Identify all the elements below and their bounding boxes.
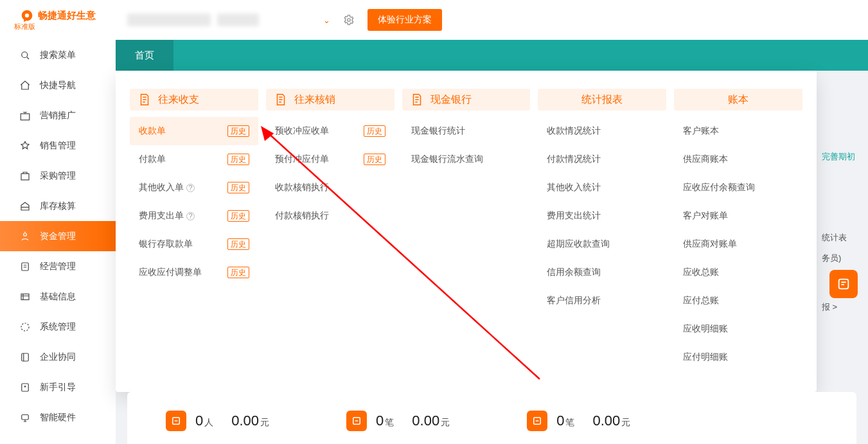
mega-item-4-3[interactable]: 客户对账单 bbox=[674, 202, 802, 230]
sidebar-item-4[interactable]: 采购管理 bbox=[0, 161, 116, 191]
history-badge[interactable]: 历史 bbox=[364, 125, 385, 137]
sidebar-item-11[interactable]: 新手引导 bbox=[0, 372, 116, 402]
sidebar-item-10[interactable]: 企业协同 bbox=[0, 342, 116, 372]
stat-count-unit: 笔 bbox=[565, 417, 574, 429]
sidebar-item-3[interactable]: 销售管理 bbox=[0, 130, 116, 161]
doc-icon bbox=[137, 93, 152, 107]
mega-item-label: 供应商账本 bbox=[683, 154, 728, 165]
mega-item-3-6[interactable]: 客户信用分析 bbox=[538, 287, 666, 315]
org-selector-blurred[interactable] bbox=[127, 13, 211, 26]
mega-item-0-1[interactable]: 付款单 历史 bbox=[130, 145, 258, 173]
mega-column-title: 往来收支 bbox=[158, 93, 199, 107]
mega-item-label: 应收总账 bbox=[683, 267, 719, 278]
mega-item-0-3[interactable]: 费用支出单? 历史 bbox=[130, 202, 258, 230]
sidebar-item-1[interactable]: 快捷导航 bbox=[0, 70, 116, 100]
sidebar-item-icon bbox=[19, 412, 31, 423]
mega-item-0-2[interactable]: 其他收入单? 历史 bbox=[130, 173, 258, 202]
mega-column-header: 统计报表 bbox=[538, 89, 666, 111]
mega-item-label: 付款情况统计 bbox=[547, 154, 601, 165]
stat-currency: 元 bbox=[260, 417, 269, 429]
mega-item-4-7[interactable]: 应收明细账 bbox=[674, 315, 802, 343]
mega-item-4-6[interactable]: 应付总账 bbox=[674, 287, 802, 315]
stat-currency: 元 bbox=[441, 417, 450, 429]
sidebar-item-label: 基础信息 bbox=[40, 291, 76, 303]
help-icon[interactable]: ? bbox=[186, 212, 195, 220]
mega-item-label: 信用余额查询 bbox=[547, 267, 601, 278]
org-selector-blurred-2[interactable] bbox=[217, 13, 259, 26]
mega-item-3-3[interactable]: 费用支出统计 bbox=[538, 202, 666, 230]
mega-item-4-1[interactable]: 供应商账本 bbox=[674, 145, 802, 173]
svg-rect-5 bbox=[22, 263, 29, 271]
mega-column-header: 账本 bbox=[674, 89, 802, 111]
mega-column-list: 收款单 历史 付款单 历史 其他收入单? 历史 费用支出单? 历史 银行存取款单… bbox=[130, 117, 258, 287]
sidebar-item-label: 企业协同 bbox=[40, 351, 76, 363]
mega-item-2-1[interactable]: 现金银行流水查询 bbox=[402, 145, 531, 173]
mega-item-4-5[interactable]: 应收总账 bbox=[674, 258, 802, 287]
mega-column-title: 统计报表 bbox=[581, 93, 623, 107]
mega-item-4-8[interactable]: 应付明细账 bbox=[674, 343, 802, 371]
mega-item-label: 客户信用分析 bbox=[547, 295, 601, 306]
mega-item-label: 收款情况统计 bbox=[547, 125, 601, 137]
sidebar-item-label: 快捷导航 bbox=[40, 80, 76, 91]
mega-item-1-3[interactable]: 付款核销执行 bbox=[266, 202, 394, 230]
stat-count-unit: 人 bbox=[204, 417, 213, 429]
sidebar-item-label: 智能硬件 bbox=[40, 412, 76, 423]
svg-point-10 bbox=[24, 386, 26, 387]
svg-rect-9 bbox=[22, 384, 29, 391]
mega-item-4-2[interactable]: 应收应付余额查询 bbox=[674, 173, 802, 202]
try-industry-plan-button[interactable]: 体验行业方案 bbox=[368, 9, 442, 31]
tab-home[interactable]: 首页 bbox=[116, 40, 173, 71]
mega-item-1-1[interactable]: 预付冲应付单 历史 bbox=[266, 145, 394, 173]
mega-item-label: 客户账本 bbox=[683, 125, 719, 137]
floating-action-button[interactable] bbox=[829, 270, 858, 298]
sidebar-item-6[interactable]: 资金管理 bbox=[0, 221, 116, 251]
mega-item-3-0[interactable]: 收款情况统计 bbox=[538, 117, 666, 145]
brand-logo: 畅捷通好生意 标准版 bbox=[0, 0, 116, 40]
help-icon[interactable]: ? bbox=[186, 184, 195, 192]
mega-item-4-4[interactable]: 供应商对账单 bbox=[674, 230, 802, 258]
link-complete-opening[interactable]: 完善期初 bbox=[822, 151, 855, 163]
sidebar-item-label: 销售管理 bbox=[40, 140, 76, 152]
sidebar-item-icon bbox=[19, 321, 31, 333]
stat-icon bbox=[346, 411, 367, 431]
history-badge[interactable]: 历史 bbox=[227, 210, 249, 222]
sidebar-item-12[interactable]: 智能硬件 bbox=[0, 402, 116, 432]
mega-item-1-0[interactable]: 预收冲应收单 历史 bbox=[266, 117, 394, 145]
stat-icon bbox=[527, 411, 547, 431]
sidebar-item-0[interactable]: 搜索菜单 bbox=[0, 40, 116, 70]
mega-item-2-0[interactable]: 现金银行统计 bbox=[402, 117, 531, 145]
mega-item-label: 应付明细账 bbox=[683, 351, 728, 363]
history-badge[interactable]: 历史 bbox=[227, 238, 249, 250]
stat-amount: 0.00 bbox=[412, 413, 439, 429]
mega-column: 现金银行 现金银行统计 现金银行流水查询 bbox=[402, 89, 531, 373]
history-badge[interactable]: 历史 bbox=[227, 125, 249, 137]
stat-count: 0 bbox=[556, 413, 564, 429]
history-badge[interactable]: 历史 bbox=[364, 154, 385, 165]
mega-item-1-2[interactable]: 收款核销执行 bbox=[266, 173, 394, 202]
mega-item-3-1[interactable]: 付款情况统计 bbox=[538, 145, 666, 173]
sidebar-item-5[interactable]: 库存核算 bbox=[0, 191, 116, 221]
mega-item-0-0[interactable]: 收款单 历史 bbox=[130, 117, 258, 145]
mega-item-3-4[interactable]: 超期应收款查询 bbox=[538, 230, 666, 258]
stat-block: 0 笔 0.00 元 bbox=[346, 411, 450, 431]
sidebar-item-icon bbox=[19, 231, 31, 242]
chevron-down-icon[interactable]: ⌄ bbox=[323, 15, 330, 25]
gear-icon[interactable] bbox=[343, 14, 355, 26]
mega-item-0-4[interactable]: 银行存取款单 历史 bbox=[130, 230, 258, 258]
sidebar-item-label: 资金管理 bbox=[40, 231, 76, 242]
history-badge[interactable]: 历史 bbox=[227, 267, 249, 278]
history-badge[interactable]: 历史 bbox=[227, 182, 249, 193]
mega-item-3-2[interactable]: 其他收入统计 bbox=[538, 173, 666, 202]
sidebar-item-7[interactable]: 经营管理 bbox=[0, 251, 116, 281]
sidebar-item-8[interactable]: 基础信息 bbox=[0, 281, 116, 312]
mega-item-label: 收款核销执行 bbox=[275, 182, 329, 193]
sidebar-item-label: 系统管理 bbox=[40, 321, 76, 333]
mega-item-0-5[interactable]: 应收应付调整单 历史 bbox=[130, 258, 258, 287]
sidebar-item-icon bbox=[19, 291, 31, 303]
sidebar-item-2[interactable]: 营销推广 bbox=[0, 100, 116, 130]
sidebar-item-9[interactable]: 系统管理 bbox=[0, 312, 116, 342]
mega-item-3-5[interactable]: 信用余额查询 bbox=[538, 258, 666, 287]
mega-item-label: 收款单 bbox=[139, 125, 166, 137]
history-badge[interactable]: 历史 bbox=[227, 154, 249, 165]
mega-item-4-0[interactable]: 客户账本 bbox=[674, 117, 802, 145]
